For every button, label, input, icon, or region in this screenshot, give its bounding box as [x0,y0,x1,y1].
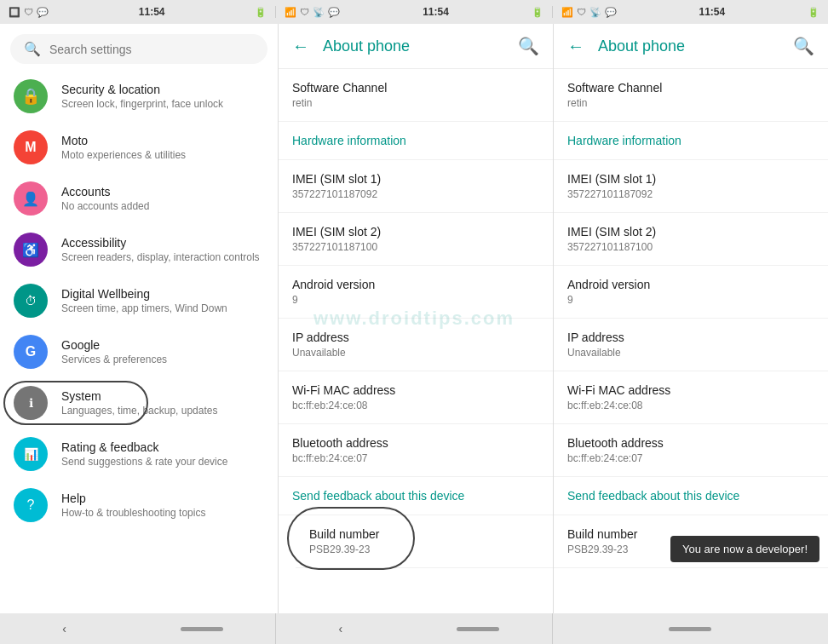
about-header-right: ← About phone 🔍 [554,24,828,69]
about-item-android-r[interactable]: Android version 9 [554,266,828,319]
help-icon: ? [14,488,48,522]
about-item-bluetooth-r[interactable]: Bluetooth address bc:ff:eb:24:ce:07 [554,424,828,477]
bluetooth-title-m: Bluetooth address [292,436,539,450]
time-left: 11:54 [139,6,165,18]
back-nav-middle[interactable]: ‹ [328,618,353,639]
nav-panel-right [553,613,828,644]
nav-panel-left: ‹ [0,613,276,644]
about-item-feedback-r[interactable]: Send feedback about this device [554,477,828,515]
moto-title: Moto [61,134,264,147]
status-panel-right: 📶 🛡 📡 💬 11:54 🔋 [553,6,828,18]
about-panel-right: ← About phone 🔍 Software Channel retin H… [554,24,828,613]
about-item-ip-m[interactable]: IP address Unavailable [279,319,553,371]
back-icon-middle[interactable]: ← [292,37,309,56]
about-item-wifi-m[interactable]: Wi-Fi MAC address bc:ff:eb:24:ce:08 [279,371,553,424]
wifi-title-m: Wi-Fi MAC address [292,383,539,397]
time-middle: 11:54 [423,6,449,18]
back-nav-left[interactable]: ‹ [52,618,77,639]
settings-item-google[interactable]: G Google Services & preferences [0,326,278,377]
about-item-build-m[interactable]: Build number PSB29.39-23 [296,515,553,568]
google-title: Google [61,338,264,352]
settings-item-rating[interactable]: 📊 Rating & feedback Send suggestions & r… [0,428,278,480]
nav-pill-right [669,627,711,631]
notification-icon-r: 📶 [561,7,573,18]
sw-channel-title-r: Software Channel [567,81,814,95]
main-content: www.droidtips.com 🔍 🔒 Security & locatio… [0,24,828,613]
wifi-icon-m: 📡 [313,7,325,18]
about-item-ip-r[interactable]: IP address Unavailable [554,319,828,371]
wifi-title-r: Wi-Fi MAC address [567,383,814,397]
hw-info-title-m: Hardware information [292,134,539,147]
about-item-android-m[interactable]: Android version 9 [279,266,553,319]
about-item-feedback-m[interactable]: Send feedback about this device [279,477,553,515]
digital-title: Digital Wellbeing [61,287,264,301]
back-icon-right[interactable]: ← [567,37,584,56]
settings-item-digital[interactable]: ⏱ Digital Wellbeing Screen time, app tim… [0,275,278,326]
settings-item-accounts[interactable]: 👤 Accounts No accounts added [0,173,278,224]
security-subtitle: Screen lock, fingerprint, face unlock [61,98,264,110]
wifi-subtitle-m: bc:ff:eb:24:ce:08 [292,400,539,411]
about-item-sw-channel-m[interactable]: Software Channel retin [279,69,553,122]
settings-panel: 🔍 🔒 Security & location Screen lock, fin… [0,24,279,613]
android-title-r: Android version [567,278,814,291]
nav-pill-middle [457,627,499,631]
settings-item-system[interactable]: ℹ System Languages, time, backup, update… [0,377,278,428]
status-icons-middle: 📶 🛡 📡 💬 [285,7,340,18]
rating-subtitle: Send suggestions & rate your device [61,456,264,468]
imei1-title-r: IMEI (SIM slot 1) [567,172,814,186]
notification-icon-m: 📶 [285,7,296,18]
message-icon-r: 💬 [605,7,617,18]
android-subtitle-m: 9 [292,294,539,306]
about-item-bluetooth-m[interactable]: Bluetooth address bc:ff:eb:24:ce:07 [279,424,553,477]
digital-subtitle: Screen time, app timers, Wind Down [61,302,264,314]
about-item-hw-info-m[interactable]: Hardware information [279,122,553,160]
imei2-subtitle-r: 357227101187100 [567,241,814,253]
about-item-wifi-r[interactable]: Wi-Fi MAC address bc:ff:eb:24:ce:08 [554,371,828,424]
sw-channel-subtitle-m: retin [292,97,539,109]
status-icons-right: 📶 🛡 📡 💬 [561,7,617,18]
build-title-m: Build number [309,527,539,541]
accounts-subtitle: No accounts added [61,200,264,212]
help-title: Help [61,492,264,505]
notification-icon: 🔲 [9,7,20,18]
battery-icons-left: 🔋 [255,7,267,18]
settings-item-security[interactable]: 🔒 Security & location Screen lock, finge… [0,71,278,122]
security-title: Security & location [61,83,264,96]
accounts-icon: 👤 [14,181,48,216]
wifi-subtitle-r: bc:ff:eb:24:ce:08 [567,400,814,411]
security-icon: 🔒 [14,79,48,113]
about-item-imei1-r[interactable]: IMEI (SIM slot 1) 357227101187092 [554,160,828,213]
accounts-title: Accounts [61,185,264,198]
settings-item-accessibility[interactable]: ♿ Accessibility Screen readers, display,… [0,224,278,275]
search-input[interactable] [49,43,254,56]
battery-icons-right: 🔋 [808,7,819,18]
google-subtitle: Services & preferences [61,354,264,365]
settings-item-moto[interactable]: M Moto Moto experiences & utilities [0,122,278,173]
about-item-hw-info-r[interactable]: Hardware information [554,122,828,160]
settings-item-help[interactable]: ? Help How-to & troubleshooting topics [0,480,278,531]
help-subtitle: How-to & troubleshooting topics [61,507,264,519]
moto-icon: M [14,130,48,164]
about-item-imei2-r[interactable]: IMEI (SIM slot 2) 357227101187100 [554,213,828,266]
rating-title: Rating & feedback [61,440,264,454]
feedback-title-m: Send feedback about this device [292,489,539,503]
status-bar: 🔲 🛡 💬 11:54 🔋 📶 🛡 📡 💬 11:54 🔋 📶 🛡 📡 💬 11… [0,0,828,24]
battery-icons-middle: 🔋 [532,7,543,18]
system-title: System [61,389,264,403]
search-icon-middle[interactable]: 🔍 [518,36,539,56]
nav-panel-middle: ‹ [276,613,552,644]
about-title-middle: About phone [323,37,518,55]
search-bar[interactable]: 🔍 [10,34,267,64]
ip-title-r: IP address [567,331,814,344]
shield-icon-r: 🛡 [577,7,586,17]
search-icon-right[interactable]: 🔍 [793,36,814,56]
battery-left: 🔋 [255,7,267,18]
about-item-imei1-m[interactable]: IMEI (SIM slot 1) 357227101187092 [279,160,553,213]
ip-subtitle-r: Unavailable [567,347,814,359]
about-item-imei2-m[interactable]: IMEI (SIM slot 2) 357227101187100 [279,213,553,266]
bluetooth-title-r: Bluetooth address [567,436,814,450]
about-title-right: About phone [598,37,793,55]
system-subtitle: Languages, time, backup, updates [61,405,264,417]
status-panel-middle: 📶 🛡 📡 💬 11:54 🔋 [276,6,552,18]
about-item-sw-channel-r[interactable]: Software Channel retin [554,69,828,122]
